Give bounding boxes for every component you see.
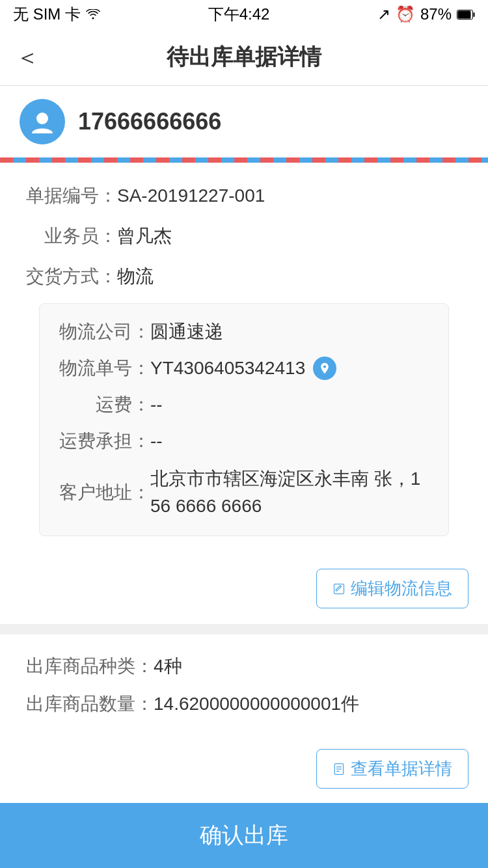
freight-bearer-label: 运费承担：	[59, 429, 150, 454]
salesperson-row: 业务员： 曾凡杰	[26, 223, 462, 250]
edit-logistics-button[interactable]: 编辑物流信息	[316, 569, 468, 608]
freight-value: --	[150, 394, 429, 415]
logistics-company-row: 物流公司： 圆通速递	[59, 319, 429, 344]
logistics-card: 物流公司： 圆通速递 物流单号： YT43064053424​13 运费： --	[39, 303, 449, 536]
goods-quantity-value: 14.62000000000000​01件	[154, 692, 359, 716]
alarm-icon: ⏰	[396, 5, 415, 23]
freight-bearer-value: --	[150, 431, 429, 452]
goods-quantity-row: 出库商品数量： 14.62000000000000​01件	[26, 692, 462, 716]
salesperson-value: 曾凡杰	[117, 223, 462, 250]
freight-bearer-row: 运费承担： --	[59, 429, 429, 454]
address-label: 客户地址：	[59, 480, 150, 505]
delivery-method-row: 交货方式： 物流	[26, 263, 462, 290]
salesperson-label: 业务员：	[26, 223, 117, 250]
carrier-label: 无 SIM 卡	[13, 4, 81, 25]
battery-icon	[457, 5, 475, 23]
location-arrow-icon: ↗	[377, 5, 390, 23]
customer-card: 17666666666	[0, 86, 488, 157]
order-number-row: 单据编号： SA-20191227-001	[26, 182, 462, 210]
document-icon	[332, 763, 346, 776]
tracking-row: YT43064053424​13	[150, 357, 336, 380]
edit-logistics-row: 编辑物流信息	[0, 556, 488, 624]
tracking-location-button[interactable]	[313, 357, 336, 380]
logistics-tracking-label: 物流单号：	[59, 356, 150, 381]
svg-rect-2	[474, 12, 475, 17]
status-right: ↗ ⏰ 87%	[377, 5, 475, 23]
edit-icon	[332, 582, 346, 595]
view-detail-label: 查看单据详情	[351, 757, 452, 780]
nav-bar: ＜ 待出库单据详情	[0, 29, 488, 86]
freight-row: 运费： --	[59, 392, 429, 417]
battery-label: 87%	[420, 5, 452, 23]
goods-section: 出库商品种类： 4种 出库商品数量： 14.62000000000000​01件	[0, 634, 488, 736]
status-time: 下午4:42	[208, 4, 270, 25]
delivery-method-label: 交货方式：	[26, 263, 117, 290]
status-bar: 无 SIM 卡 下午4:42 ↗ ⏰ 87%	[0, 0, 488, 29]
view-detail-row: 查看单据详情	[0, 736, 488, 808]
status-left: 无 SIM 卡	[13, 4, 100, 25]
logistics-tracking-row: 物流单号： YT43064053424​13	[59, 356, 429, 381]
delivery-method-value: 物流	[117, 263, 462, 290]
address-row: 客户地址： 北京市市辖区海淀区永丰南 张，156 6666 6666	[59, 465, 429, 520]
section-divider	[0, 624, 488, 634]
freight-label: 运费：	[59, 392, 150, 417]
dashed-divider	[0, 157, 488, 163]
logistics-company-label: 物流公司：	[59, 319, 150, 344]
wifi-icon	[86, 5, 100, 23]
view-detail-button[interactable]: 查看单据详情	[316, 749, 468, 789]
address-value: 北京市市辖区海淀区永丰南 张，156 6666 6666	[150, 465, 429, 520]
goods-type-label: 出库商品种类：	[26, 654, 154, 679]
customer-phone: 17666666666	[78, 108, 221, 135]
goods-type-row: 出库商品种类： 4种	[26, 654, 462, 679]
svg-point-3	[36, 113, 48, 124]
svg-rect-1	[458, 11, 471, 19]
confirm-outbound-button[interactable]: 确认出库	[0, 803, 488, 868]
order-info-section: 单据编号： SA-20191227-001 业务员： 曾凡杰 交货方式： 物流 …	[0, 163, 488, 556]
logistics-company-value: 圆通速递	[150, 319, 429, 344]
goods-type-value: 4种	[154, 654, 182, 679]
avatar	[20, 99, 65, 144]
back-button[interactable]: ＜	[16, 41, 39, 73]
goods-quantity-label: 出库商品数量：	[26, 692, 154, 716]
content-area: 17666666666 单据编号： SA-20191227-001 业务员： 曾…	[0, 86, 488, 868]
tracking-number: YT43064053424​13	[150, 358, 305, 379]
order-number-label: 单据编号：	[26, 182, 117, 210]
edit-logistics-label: 编辑物流信息	[351, 577, 452, 600]
page-title: 待出库单据详情	[167, 42, 321, 72]
order-number-value: SA-20191227-001	[117, 182, 462, 210]
confirm-outbound-label: 确认出库	[200, 821, 288, 850]
